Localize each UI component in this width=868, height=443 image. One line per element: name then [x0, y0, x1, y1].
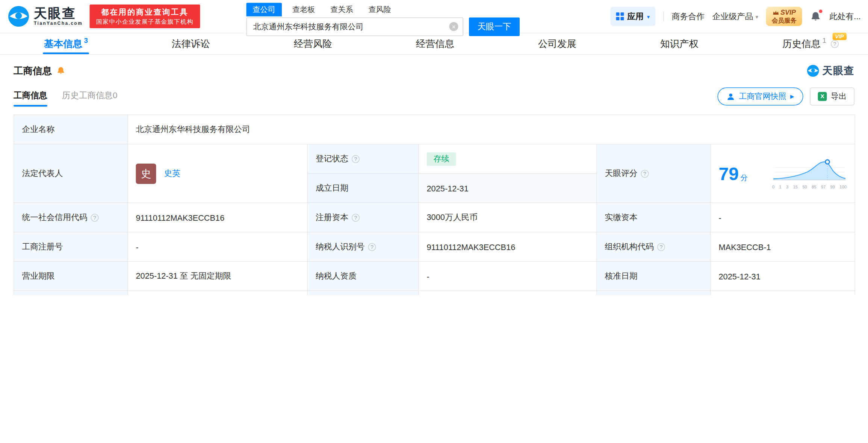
help-icon[interactable]: ? — [352, 155, 360, 163]
arrow-right-icon: ▶ — [790, 94, 794, 99]
crown-icon — [773, 10, 779, 15]
help-icon[interactable]: ? — [91, 214, 99, 222]
legal-rep-link[interactable]: 史英 — [164, 169, 181, 178]
field-label: 统一社会信用代码? — [14, 203, 128, 232]
taxpayer-quality-value: - — [419, 261, 597, 291]
tab-count: 1 — [822, 36, 826, 44]
tab-intellectual-property[interactable]: 知识产权 — [660, 33, 699, 55]
field-label: 企业名称 — [14, 115, 128, 144]
search-tab-relation[interactable]: 查关系 — [330, 4, 353, 14]
field-label: 成立日期 — [307, 173, 419, 203]
user-account[interactable]: 此处有... — [829, 11, 860, 22]
score-value[interactable]: 79分 — [719, 164, 748, 182]
credit-code-value: 91110112MAK3ECCB16 — [128, 203, 308, 232]
company-nav-tabs: 基本信息 3 法律诉讼 经营风险 经营信息 公司发展 知识产权 VIP 历史信息… — [0, 33, 868, 55]
field-label: 人员规模 — [597, 291, 711, 295]
establish-date-value: 2025-12-31 — [419, 173, 597, 203]
score-chart: 0131550859799100 — [772, 158, 847, 190]
chevron-down-icon: ▾ — [647, 13, 650, 20]
org-code-value: MAK3ECCB-1 — [711, 232, 855, 261]
enterprise-products-menu[interactable]: 企业级产品 ▾ — [712, 11, 758, 22]
apps-menu-button[interactable]: 应用 ▾ — [610, 7, 655, 26]
help-icon[interactable]: ? — [352, 214, 360, 222]
field-label: 实缴资本 — [597, 203, 711, 232]
monitor-bell-icon[interactable] — [56, 66, 65, 75]
tab-operating-risk[interactable]: 经营风险 — [294, 33, 332, 55]
score-cell: 79分 — [711, 144, 855, 203]
header-right: 应用 ▾ 商务合作 企业级产品 ▾ SVIP 会员服务 — [610, 6, 860, 26]
svip-member-button[interactable]: SVIP 会员服务 — [766, 6, 802, 26]
reg-status-value: 存续 — [419, 144, 597, 173]
field-label: 营业期限 — [14, 261, 128, 291]
business-info-table: 企业名称 北京通州东华科技服务有限公司 法定代表人 史 史英 登记状态? 存续 … — [14, 115, 855, 296]
score-axis: 0131550859799100 — [772, 185, 847, 190]
tianyancha-logo-icon — [8, 5, 30, 28]
field-label: 注册资本? — [307, 203, 419, 232]
help-icon[interactable]: ? — [368, 243, 376, 251]
excel-icon: X — [818, 92, 827, 101]
company-name-value: 北京通州东华科技服务有限公司 — [128, 115, 855, 144]
business-cooperation-link[interactable]: 商务合作 — [672, 11, 705, 22]
search-area: 查公司 查老板 查关系 查风险 × 天眼一下 — [246, 3, 520, 36]
export-button[interactable]: X 导出 — [810, 88, 855, 106]
tianyancha-logo[interactable]: 天眼查 TianYanCha.com — [8, 5, 83, 28]
search-tabs: 查公司 查老板 查关系 查风险 — [246, 3, 520, 15]
tab-history-info[interactable]: VIP 历史信息 1 ? — [782, 33, 839, 55]
chevron-down-icon: ▾ — [756, 13, 759, 20]
table-row: 法定代表人 史 史英 登记状态? 存续 天眼评分? 79分 — [14, 144, 855, 173]
logo-title: 天眼查 — [34, 7, 83, 20]
official-snapshot-button[interactable]: 工商官网快照 ▶ — [718, 88, 803, 106]
tab-basic-info[interactable]: 基本信息 3 — [44, 33, 88, 55]
business-term-value: 2025-12-31 至 无固定期限 — [128, 261, 308, 291]
search-tab-boss[interactable]: 查老板 — [292, 4, 315, 14]
promo-line1: 都在用的商业查询工具 — [96, 7, 194, 17]
table-row: 统一社会信用代码? 91110112MAK3ECCB16 注册资本? 3000万… — [14, 203, 855, 232]
search-tab-company[interactable]: 查公司 — [246, 3, 282, 16]
field-label: 纳税人识别号? — [307, 232, 419, 261]
tab-operating-info[interactable]: 经营信息 — [416, 33, 454, 55]
staff-size-value: - — [711, 291, 855, 295]
tab-count: 3 — [84, 36, 88, 44]
table-row: 工商注册号 - 纳税人识别号? 91110112MAK3ECCB16 组织机构代… — [14, 232, 855, 261]
field-label: 登记状态? — [307, 144, 419, 173]
field-label: 组织机构代码? — [597, 232, 711, 261]
promo-banner[interactable]: 都在用的商业查询工具 国家中小企业发展子基金旗下机构 — [89, 5, 200, 29]
help-icon[interactable]: ? — [657, 243, 665, 251]
apps-grid-icon — [616, 12, 624, 20]
subtab-history-business-info[interactable]: 历史工商信息0 — [62, 90, 118, 106]
reg-no-value: - — [128, 232, 308, 261]
field-label: 天眼评分? — [597, 144, 711, 203]
notifications-bell-icon[interactable] — [810, 11, 821, 22]
reg-capital-value: 3000万人民币 — [419, 203, 597, 232]
table-row: 企业名称 北京通州东华科技服务有限公司 — [14, 115, 855, 144]
tab-legal-proceedings[interactable]: 法律诉讼 — [172, 33, 210, 55]
industry-value: 研究和试验发展 — [419, 291, 597, 295]
header: 天眼查 TianYanCha.com 都在用的商业查询工具 国家中小企业发展子基… — [0, 0, 868, 33]
vip-badge: VIP — [832, 33, 847, 40]
divider — [663, 11, 664, 21]
logo-domain: TianYanCha.com — [34, 21, 83, 26]
subtab-row: 工商信息 历史工商信息0 工商官网快照 ▶ X 导出 — [14, 88, 854, 109]
help-icon[interactable]: ? — [831, 40, 839, 48]
search-button[interactable]: 天眼一下 — [469, 18, 520, 36]
notification-dot — [819, 10, 823, 13]
company-type-value: 有限责任公司(法人独资) — [128, 291, 308, 295]
field-label: 核准日期 — [597, 261, 711, 291]
field-label: 企业类型 — [14, 291, 128, 295]
field-label: 行业 — [307, 291, 419, 295]
status-badge: 存续 — [427, 152, 456, 165]
help-icon[interactable]: ? — [641, 170, 649, 178]
field-label: 工商注册号 — [14, 232, 128, 261]
section-header: 工商信息 天眼查 — [14, 64, 854, 77]
clear-search-icon[interactable]: × — [449, 22, 458, 31]
promo-line2: 国家中小企业发展子基金旗下机构 — [96, 18, 194, 26]
subtab-business-info[interactable]: 工商信息 — [14, 90, 47, 106]
field-label: 法定代表人 — [14, 144, 128, 203]
search-tab-risk[interactable]: 查风险 — [368, 4, 391, 14]
section-title: 工商信息 — [14, 64, 52, 77]
tianyancha-logo-icon — [807, 64, 820, 77]
tab-company-development[interactable]: 公司发展 — [538, 33, 576, 55]
legal-rep-avatar[interactable]: 史 — [136, 163, 156, 184]
apps-label: 应用 — [627, 11, 644, 22]
table-row: 营业期限 2025-12-31 至 无固定期限 纳税人资质 - 核准日期 202… — [14, 261, 855, 291]
